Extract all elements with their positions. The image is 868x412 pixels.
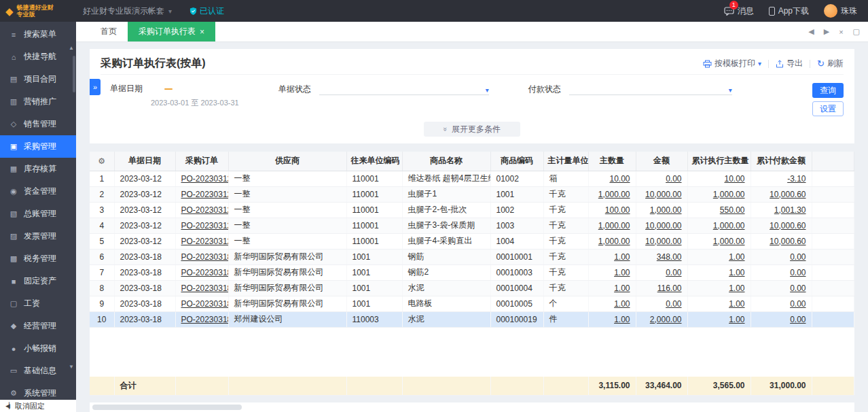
sidebar-item[interactable]: ▦ 库存核算 (0, 158, 76, 180)
table-row[interactable]: 1 2023-03-12 PO-20230312-0001 一整 110001 … (90, 171, 854, 186)
cell-exec-qty-link[interactable]: 1.00 (687, 311, 751, 327)
cell-qty-link[interactable]: 1.00 (588, 296, 636, 311)
horizontal-scrollbar[interactable] (90, 402, 854, 412)
sidebar-item[interactable]: ▧ 总账管理 (0, 203, 76, 225)
sidebar-item[interactable]: ⚙ 系统管理 (0, 382, 76, 400)
cell-po-link[interactable]: PO-20230312-0001 (175, 218, 228, 233)
messages-button[interactable]: 1 消息 (724, 5, 754, 17)
cell-amount-link[interactable]: 0.00 (636, 264, 687, 280)
pay-status-select[interactable]: ▾ (569, 83, 732, 95)
table-row[interactable]: 6 2023-03-18 PO-20230318-0001 新华明国际贸易有限公… (90, 249, 854, 264)
cell-exec-qty-link[interactable]: 1.00 (687, 280, 751, 296)
sidebar-item[interactable]: ⌂ 快捷导航 (0, 46, 76, 68)
cell-qty-link[interactable]: 100.00 (588, 202, 636, 218)
cell-exec-qty-link[interactable]: 10.00 (687, 171, 751, 186)
refresh-button[interactable]: ↻ 刷新 (817, 58, 844, 69)
cell-qty-link[interactable]: 1.00 (588, 311, 636, 327)
cell-po-link[interactable]: PO-20230318-0001 (175, 264, 228, 280)
cell-paid-link[interactable]: 0.00 (751, 280, 812, 296)
cell-exec-qty-link[interactable]: 1,000.00 (687, 186, 751, 202)
cell-po-link[interactable]: PO-20230318-0002 (175, 311, 228, 327)
cell-exec-qty-link[interactable]: 1,000.00 (687, 218, 751, 233)
cell-amount-link[interactable]: 1,000.00 (636, 202, 687, 218)
sidebar-item[interactable]: ● 小畅报销 (0, 337, 76, 360)
sidebar-scroll-up-icon[interactable]: ▲ (69, 45, 74, 51)
column-settings-button[interactable]: ⚙ (90, 152, 114, 171)
cell-paid-link[interactable]: 0.00 (751, 311, 812, 327)
cell-exec-qty-link[interactable]: 1,000.00 (687, 233, 751, 249)
cell-paid-link[interactable]: 0.00 (751, 296, 812, 311)
cell-exec-qty-link[interactable]: 550.00 (687, 202, 751, 218)
cell-qty-link[interactable]: 10.00 (588, 171, 636, 186)
sidebar-item[interactable]: ▣ 采购管理 (0, 135, 76, 158)
cell-exec-qty-link[interactable]: 1.00 (687, 296, 751, 311)
print-by-template-button[interactable]: 按模板打印 ▾ (703, 58, 761, 69)
filter-collapse-button[interactable]: » (90, 79, 101, 95)
unpin-sidebar-button[interactable]: ◀▏ 取消固定 (0, 400, 76, 412)
account-selector[interactable]: 好业财专业版演示帐套 ▾ (83, 5, 172, 17)
tabs-close-icon[interactable]: × (839, 28, 843, 36)
cell-amount-link[interactable]: 116.00 (636, 280, 687, 296)
expand-more-conditions-button[interactable]: » 展开更多条件 (424, 122, 520, 137)
table-row[interactable]: 8 2023-03-18 PO-20230318-0001 新华明国际贸易有限公… (90, 280, 854, 296)
tab-next-icon[interactable]: ▶ (824, 27, 829, 36)
sidebar-item[interactable]: ≡ 搜索菜单 (0, 23, 76, 46)
doc-status-select[interactable]: ▾ (319, 83, 489, 95)
sidebar-item[interactable]: ▭ 基础信息 (0, 360, 76, 382)
cell-paid-link[interactable]: 0.00 (751, 264, 812, 280)
cell-qty-link[interactable]: 1.00 (588, 264, 636, 280)
tab[interactable]: 采购订单执行表 × (128, 22, 215, 41)
cell-amount-link[interactable]: 10,000.00 (636, 218, 687, 233)
sidebar-item[interactable]: ◉ 资金管理 (0, 180, 76, 203)
cell-paid-link[interactable]: 10,000.60 (751, 233, 812, 249)
cell-qty-link[interactable]: 1,000.00 (588, 186, 636, 202)
tab[interactable]: 首页 (90, 22, 128, 41)
sidebar-item[interactable]: ▩ 税务管理 (0, 247, 76, 270)
sidebar-item[interactable]: ■ 固定资产 (0, 270, 76, 292)
table-row[interactable]: 10 2023-03-18 PO-20230318-0002 郑州建设公司 11… (90, 311, 854, 327)
cell-amount-link[interactable]: 10,000.00 (636, 233, 687, 249)
cell-paid-link[interactable]: 0.00 (751, 249, 812, 264)
table-row[interactable]: 3 2023-03-12 PO-20230312-0001 一整 110001 … (90, 202, 854, 218)
sidebar-item[interactable]: ◆ 经营管理 (0, 315, 76, 337)
cell-qty-link[interactable]: 1.00 (588, 280, 636, 296)
cell-po-link[interactable]: PO-20230318-0001 (175, 280, 228, 296)
cell-paid-link[interactable]: 10,000.60 (751, 186, 812, 202)
table-row[interactable]: 7 2023-03-18 PO-20230318-0001 新华明国际贸易有限公… (90, 264, 854, 280)
export-button[interactable]: 导出 (776, 58, 803, 69)
cell-exec-qty-link[interactable]: 1.00 (687, 264, 751, 280)
cell-po-link[interactable]: PO-20230318-0001 (175, 249, 228, 264)
cell-amount-link[interactable]: 2,000.00 (636, 311, 687, 327)
cell-qty-link[interactable]: 1,000.00 (588, 218, 636, 233)
cell-qty-link[interactable]: 1.00 (588, 249, 636, 264)
sidebar-item[interactable]: ▤ 项目合同 (0, 68, 76, 90)
user-menu[interactable]: 珠珠 (824, 4, 857, 18)
cell-paid-link[interactable]: 10,000.60 (751, 218, 812, 233)
settings-button[interactable]: 设置 (812, 101, 844, 116)
sidebar-item[interactable]: ▢ 工资 (0, 292, 76, 315)
cell-po-link[interactable]: PO-20230312-0001 (175, 202, 228, 218)
cell-paid-link[interactable]: -3.10 (751, 171, 812, 186)
cell-exec-qty-link[interactable]: 1.00 (687, 249, 751, 264)
date-option[interactable] (164, 88, 173, 90)
sidebar-item[interactable]: ◇ 销售管理 (0, 113, 76, 135)
cell-amount-link[interactable]: 0.00 (636, 171, 687, 186)
table-row[interactable]: 9 2023-03-18 PO-20230318-0001 新华明国际贸易有限公… (90, 296, 854, 311)
tab-close-icon[interactable]: × (200, 27, 204, 37)
cell-po-link[interactable]: PO-20230312-0001 (175, 186, 228, 202)
app-download-button[interactable]: App下载 (769, 5, 809, 17)
horizontal-scrollbar-thumb[interactable] (92, 405, 242, 410)
cell-po-link[interactable]: PO-20230312-0001 (175, 171, 228, 186)
sidebar-scroll-down-icon[interactable]: ▼ (69, 364, 74, 370)
cell-amount-link[interactable]: 348.00 (636, 249, 687, 264)
cell-po-link[interactable]: PO-20230318-0001 (175, 296, 228, 311)
table-row[interactable]: 4 2023-03-12 PO-20230312-0001 一整 110001 … (90, 218, 854, 233)
cell-po-link[interactable]: PO-20230312-0001 (175, 233, 228, 249)
tabs-maximize-icon[interactable]: ▢ (853, 27, 860, 36)
sidebar-item[interactable]: ▨ 发票管理 (0, 225, 76, 247)
table-row[interactable]: 2 2023-03-12 PO-20230312-0001 一整 110001 … (90, 186, 854, 202)
cell-paid-link[interactable]: 1,001.30 (751, 202, 812, 218)
tab-prev-icon[interactable]: ◀ (808, 27, 814, 36)
sidebar-scrollbar[interactable] (73, 56, 75, 92)
query-button[interactable]: 查询 (812, 83, 844, 98)
